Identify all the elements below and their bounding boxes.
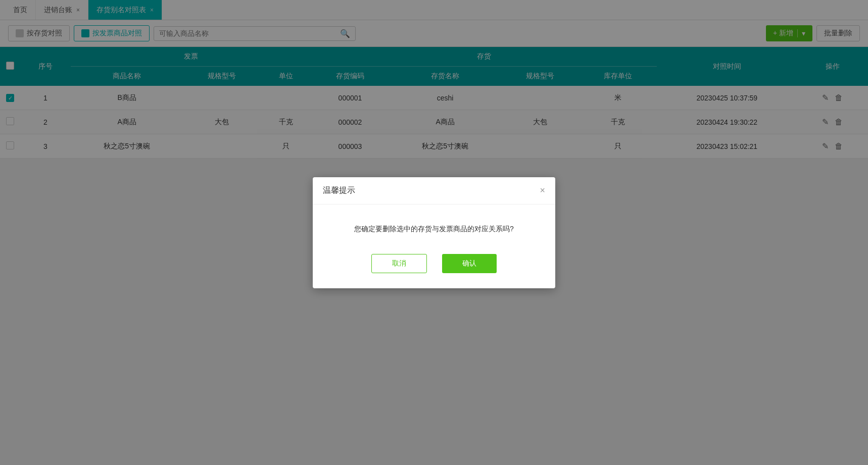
dialog-overlay: 温馨提示 × 您确定要删除选中的存货与发票商品的对应关系吗? 取消 确认 [0,0,868,159]
